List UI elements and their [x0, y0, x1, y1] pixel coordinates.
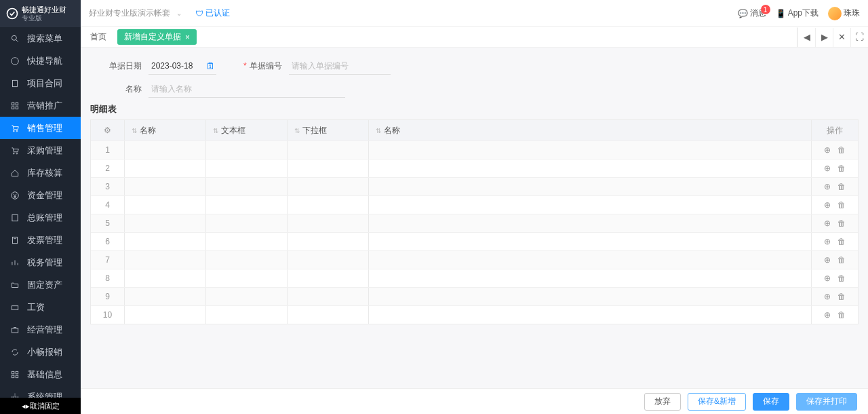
table-row[interactable]: 7⊕🗑	[91, 250, 858, 269]
table-row[interactable]: 4⊕🗑	[91, 195, 858, 214]
save-and-new-button[interactable]: 保存&新增	[688, 393, 746, 411]
app-download-button[interactable]: 📱 App下载	[776, 7, 818, 19]
delete-row-icon[interactable]: 🗑	[837, 164, 846, 173]
cell-drop[interactable]	[288, 196, 369, 214]
sidebar-item-10[interactable]: 税务管理	[0, 251, 81, 274]
sidebar-item-14[interactable]: 小畅报销	[0, 341, 81, 363]
cell-name2[interactable]	[369, 196, 812, 214]
delete-row-icon[interactable]: 🗑	[837, 292, 846, 301]
col-name[interactable]: ⇅名称	[125, 120, 206, 140]
add-row-icon[interactable]: ⊕	[824, 200, 831, 210]
cell-drop[interactable]	[288, 141, 369, 159]
col-name2[interactable]: ⇅名称	[369, 120, 812, 140]
cell-text[interactable]	[206, 214, 288, 232]
delete-row-icon[interactable]: 🗑	[837, 200, 846, 210]
add-row-icon[interactable]: ⊕	[824, 145, 831, 155]
sidebar-unpin[interactable]: ◂▸ 取消固定	[0, 398, 81, 414]
add-row-icon[interactable]: ⊕	[824, 237, 831, 246]
sidebar-item-4[interactable]: 销售管理	[0, 117, 81, 139]
cell-name[interactable]	[125, 141, 206, 159]
save-button[interactable]: 保存	[753, 393, 789, 411]
col-drop[interactable]: ⇅下拉框	[288, 120, 369, 140]
delete-row-icon[interactable]: 🗑	[837, 182, 846, 191]
cell-name[interactable]	[125, 196, 206, 214]
cell-name[interactable]	[125, 178, 206, 195]
cell-name2[interactable]	[369, 214, 812, 232]
tab-close-all-button[interactable]: ✕	[833, 28, 850, 47]
cell-name2[interactable]	[369, 233, 812, 250]
table-row[interactable]: 10⊕🗑	[91, 305, 858, 324]
sidebar-item-15[interactable]: 基础信息	[0, 363, 81, 385]
sidebar-item-7[interactable]: 资金管理	[0, 184, 81, 206]
delete-row-icon[interactable]: 🗑	[837, 237, 846, 246]
cell-drop[interactable]	[288, 288, 369, 305]
cell-text[interactable]	[206, 251, 288, 269]
cell-name[interactable]	[125, 233, 206, 250]
sidebar-item-11[interactable]: 固定资产	[0, 274, 81, 296]
user-menu[interactable]: 珠珠	[828, 7, 860, 20]
sidebar-item-3[interactable]: 营销推广	[0, 94, 81, 117]
name-input[interactable]	[149, 80, 345, 98]
discard-button[interactable]: 放弃	[644, 393, 681, 411]
col-text[interactable]: ⇅文本框	[206, 120, 288, 140]
add-row-icon[interactable]: ⊕	[824, 310, 831, 320]
cell-text[interactable]	[206, 306, 288, 324]
sidebar-item-1[interactable]: 快捷导航	[0, 50, 81, 72]
table-row[interactable]: 9⊕🗑	[91, 287, 858, 305]
table-row[interactable]: 1⊕🗑	[91, 140, 858, 159]
cell-text[interactable]	[206, 269, 288, 287]
gear-column[interactable]: ⚙	[91, 120, 125, 140]
cell-drop[interactable]	[288, 159, 369, 177]
fullscreen-button[interactable]: ⛶	[850, 28, 868, 47]
cell-name[interactable]	[125, 214, 206, 232]
table-row[interactable]: 8⊕🗑	[91, 269, 858, 287]
delete-row-icon[interactable]: 🗑	[837, 274, 846, 283]
cell-name[interactable]	[125, 288, 206, 305]
calendar-icon[interactable]: 🗓	[206, 61, 215, 71]
cell-name2[interactable]	[369, 288, 812, 305]
close-icon[interactable]: ×	[185, 33, 190, 42]
delete-row-icon[interactable]: 🗑	[837, 255, 846, 265]
cell-drop[interactable]	[288, 306, 369, 324]
cell-text[interactable]	[206, 288, 288, 305]
cell-text[interactable]	[206, 178, 288, 195]
cell-name[interactable]	[125, 159, 206, 177]
cell-name2[interactable]	[369, 178, 812, 195]
cell-name2[interactable]	[369, 251, 812, 269]
add-row-icon[interactable]: ⊕	[824, 182, 831, 191]
cell-name[interactable]	[125, 251, 206, 269]
table-row[interactable]: 5⊕🗑	[91, 214, 858, 232]
tab-new-custom-bill[interactable]: 新增自定义单据 ×	[117, 29, 197, 45]
sidebar-item-0[interactable]: 搜索菜单	[0, 27, 81, 50]
cell-text[interactable]	[206, 159, 288, 177]
org-selector[interactable]: 好业财专业版演示帐套 ⌄	[89, 7, 182, 19]
cell-text[interactable]	[206, 196, 288, 214]
add-row-icon[interactable]: ⊕	[824, 274, 831, 283]
sidebar-item-9[interactable]: 发票管理	[0, 229, 81, 251]
delete-row-icon[interactable]: 🗑	[837, 145, 846, 155]
delete-row-icon[interactable]: 🗑	[837, 219, 846, 228]
messages-button[interactable]: 💬 消息 1	[738, 7, 766, 19]
save-and-print-button[interactable]: 保存并打印	[796, 393, 857, 411]
cell-text[interactable]	[206, 233, 288, 250]
tab-prev-button[interactable]: ◀	[797, 28, 815, 47]
sidebar-item-2[interactable]: 项目合同	[0, 72, 81, 94]
cell-name[interactable]	[125, 269, 206, 287]
sidebar-item-5[interactable]: 采购管理	[0, 139, 81, 162]
sidebar-item-8[interactable]: 总账管理	[0, 206, 81, 229]
cell-name2[interactable]	[369, 269, 812, 287]
delete-row-icon[interactable]: 🗑	[837, 310, 846, 320]
bill-no-input[interactable]	[289, 57, 391, 75]
cell-text[interactable]	[206, 141, 288, 159]
table-row[interactable]: 2⊕🗑	[91, 159, 858, 177]
cell-drop[interactable]	[288, 178, 369, 195]
sidebar-item-12[interactable]: 工资	[0, 296, 81, 318]
cell-drop[interactable]	[288, 214, 369, 232]
table-row[interactable]: 6⊕🗑	[91, 232, 858, 250]
tab-home[interactable]: 首页	[81, 27, 116, 47]
sidebar-item-13[interactable]: 经营管理	[0, 318, 81, 341]
cell-name[interactable]	[125, 306, 206, 324]
add-row-icon[interactable]: ⊕	[824, 255, 831, 265]
cell-drop[interactable]	[288, 233, 369, 250]
add-row-icon[interactable]: ⊕	[824, 292, 831, 301]
